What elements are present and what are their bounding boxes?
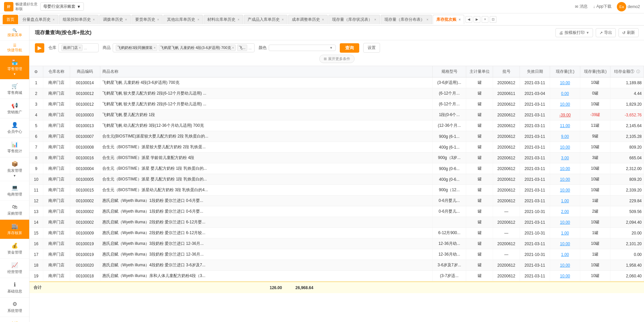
row-code: 00100019 (70, 249, 100, 260)
sidebar-item-retail-stats[interactable]: 📊 零售统计 (0, 138, 29, 157)
tab-6-close[interactable]: × (237, 18, 239, 21)
toggle-button[interactable]: ▶ (35, 43, 44, 53)
tab-1-close[interactable]: × (53, 18, 55, 21)
tab-5-close[interactable]: × (197, 18, 199, 21)
tab-8-close[interactable]: × (322, 18, 324, 21)
tab-nav-right[interactable]: ▶ (474, 16, 480, 23)
row-unit: 罐 (466, 196, 493, 206)
tab-home[interactable]: 首页 (3, 15, 18, 24)
tab-4[interactable]: 要货单历史 × (131, 15, 163, 24)
company-select[interactable]: 母婴行业演示账套 ▼ (40, 2, 84, 11)
row-qty-main[interactable]: 10.00 (550, 260, 580, 271)
row-expire: 2021-10-31 (520, 228, 550, 238)
sidebar-item-inventory[interactable]: 🏬 库存核算 (0, 220, 29, 239)
row-qty-main[interactable]: 10.00 (550, 99, 580, 110)
product-more[interactable]: ... (249, 46, 252, 50)
row-warehouse: 南岸门店 (43, 206, 70, 217)
tab-close-all[interactable]: × (482, 16, 488, 23)
sidebar-item-basic-info[interactable]: ℹ 基础信息 (0, 278, 29, 298)
tab-6[interactable]: 材料出库单历史 × (204, 15, 243, 24)
settings-button[interactable]: 设置 (363, 43, 380, 53)
page-actions: 🖨 按模板打印 ▼ ↗ 导出 ↺ 刷新 (555, 28, 639, 37)
row-qty-main[interactable]: 3.00 (550, 153, 580, 163)
sidebar-item-ecommerce[interactable]: 💻 电商管理 (0, 181, 29, 201)
row-qty-main[interactable]: 11.00 (550, 120, 580, 131)
tab-1[interactable]: 分量盘点单历史 × (19, 15, 58, 24)
tab-10-close[interactable]: × (427, 18, 429, 21)
row-batch: 20200612 (493, 77, 520, 88)
query-button[interactable]: 查询 (340, 43, 359, 53)
app-download-button[interactable]: ↓ App下载 (593, 4, 611, 9)
tab-11-close[interactable]: × (459, 18, 461, 21)
tab-2-close[interactable]: × (93, 18, 95, 21)
row-batch: 20200612 (493, 196, 520, 206)
row-qty-main[interactable]: 10.00 (550, 163, 580, 174)
sidebar-item-operation[interactable]: 📈 经营管理 (0, 259, 29, 278)
sidebar-item-retail-mall[interactable]: 🛒 零售商城 (0, 79, 29, 99)
row-name: 惠氏启赋（Wyeth illuma）2段奶粉 爱尔兰进口 6-12月较... (100, 228, 433, 238)
user-area[interactable]: Ea demo2 (617, 2, 640, 11)
row-qty-main[interactable]: 10.00 (550, 217, 580, 228)
tab-10[interactable]: 现存量（库存分布表） × (381, 15, 432, 24)
row-qty-main[interactable]: 1.00 (550, 249, 580, 260)
row-qty-main[interactable]: -39.00 (550, 110, 580, 120)
print-button[interactable]: 🖨 按模板打印 ▼ (555, 28, 593, 37)
sidebar-item-wholesale[interactable]: 📦 批发管理 ▼ (0, 157, 29, 181)
row-qty-main[interactable]: 10.00 (550, 142, 580, 153)
product-input[interactable]: 飞鹤奶粉3段同捆摆装 × 飞鹤星飞帆 儿童奶粉 4段(3-6岁适用) 700克 … (113, 43, 255, 52)
sidebar-item-finance[interactable]: 💰 资金管理 (0, 239, 29, 259)
expand-conditions-button[interactable]: ⊞ 展开更多条件 (319, 55, 355, 63)
tab-2[interactable]: 组装拆卸单历史 × (59, 15, 99, 24)
row-qty-main[interactable]: 10.00 (550, 238, 580, 249)
message-button[interactable]: ✉ 消息 (575, 4, 588, 9)
tab-3-close[interactable]: × (125, 18, 127, 21)
info-icon[interactable]: ⓘ (636, 69, 640, 73)
refresh-button[interactable]: ↺ 刷新 (619, 28, 639, 37)
tab-expand[interactable]: ⊡ (490, 16, 496, 23)
row-batch: 20200612 (493, 185, 520, 196)
sidebar-search[interactable]: 🔍 搜索英单 (0, 25, 29, 41)
tab-8[interactable]: 成本调整单历史 × (288, 15, 328, 24)
sidebar-item-retail-mgmt[interactable]: 🏪 零售管理 ▼ (0, 56, 29, 79)
row-spec: 12-36月幼... (433, 238, 466, 249)
row-qty-main[interactable]: 10.00 (550, 185, 580, 196)
warehouse-more[interactable]: ... (84, 46, 87, 50)
row-no: 4 (30, 110, 43, 120)
row-qty-main[interactable]: 10.00 (550, 271, 580, 281)
tab-7[interactable]: 产成品入库单历史 × (244, 15, 287, 24)
sidebar-item-purchase[interactable]: 🛍 采购管理 (0, 201, 29, 220)
tab-4-close[interactable]: × (157, 18, 159, 21)
sidebar-item-enterprise[interactable]: 🤝 企业协同 (0, 317, 29, 322)
tab-9[interactable]: 现存量（库存状况表） × (328, 15, 380, 24)
row-qty-main[interactable]: 10.00 (550, 174, 580, 185)
row-qty-main[interactable]: 9.00 (550, 131, 580, 142)
tab-11[interactable]: 库存批次账 × (433, 15, 464, 24)
row-qty-main[interactable]: 1.00 (550, 196, 580, 206)
message-icon: ✉ (575, 4, 578, 9)
row-qty-main[interactable]: 10.00 (550, 77, 580, 88)
product-tag-1-remove[interactable]: × (154, 46, 156, 50)
tab-3[interactable]: 调拨单历史 × (99, 15, 131, 24)
row-warehouse: 南岸门店 (43, 120, 70, 131)
row-qty-main[interactable]: 0.00 (550, 88, 580, 99)
sidebar-item-member[interactable]: 👤 会员中心 (0, 118, 29, 138)
sidebar-item-system[interactable]: ⚙ 系统管理 (0, 298, 29, 317)
tab-9-close[interactable]: × (374, 18, 376, 21)
row-qty-main[interactable]: 2.00 (550, 206, 580, 217)
row-qty-pkg: 11罐 (580, 120, 610, 131)
table-row: 12 南岸门店 00100002 惠氏启赋（Wyeth illuma）1段奶粉 … (30, 196, 644, 206)
product-tag-2-remove[interactable]: × (232, 46, 234, 50)
tab-7-close[interactable]: × (282, 18, 284, 21)
color-input[interactable]: ▼ (269, 45, 336, 51)
row-qty-main[interactable]: 1.00 (550, 228, 580, 238)
tab-5[interactable]: 其他出库单历史 × (163, 15, 203, 24)
sidebar-item-marketing[interactable]: 📢 营销推广 (0, 99, 29, 118)
export-button[interactable]: ↗ 导出 (596, 28, 616, 37)
sidebar-nav[interactable]: ☰ 快捷导航 (0, 41, 29, 56)
warehouse-tag-remove[interactable]: × (79, 46, 81, 50)
warehouse-input[interactable]: 南岸门店 × ... (58, 43, 99, 52)
footer-total-balance: 26,968.64 (296, 285, 313, 290)
col-header-settings[interactable]: ⚙ (30, 66, 43, 77)
table-row: 8 南岸门店 00100016 合生元（BIOSTIME）派星 学龄前儿童配方奶… (30, 153, 644, 163)
tab-nav-left[interactable]: ◀ (466, 16, 472, 23)
